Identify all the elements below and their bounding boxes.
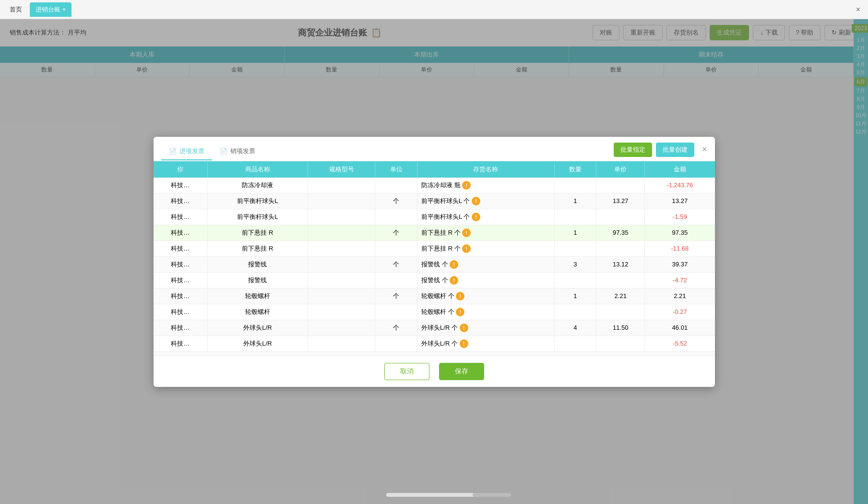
cell-price: 13.27 [596, 193, 645, 209]
table-row[interactable]: 科技…防冻冷却液防冻冷却液 瓶 !-1,243.76 [154, 178, 715, 193]
cell-spec [308, 209, 375, 225]
cell-company: 科技… [154, 272, 208, 288]
window-close-button[interactable]: × [852, 3, 864, 16]
modal-actions: 批量指定 批量创建 × [614, 143, 707, 157]
table-row[interactable]: 科技…轮毂螺杆个轮毂螺杆 个 !12.212.21 [154, 288, 715, 304]
tab-out-invoice[interactable]: 📄 销项发票 [212, 143, 263, 160]
warning-icon: ! [462, 181, 471, 190]
cell-product: 前平衡杆球头L [208, 193, 308, 209]
cell-inventory: 前平衡杆球头L 个 ! [417, 209, 554, 225]
cell-price [596, 336, 645, 351]
cell-price [596, 304, 645, 320]
cell-spec [308, 256, 375, 272]
modal-table-wrap[interactable]: 你 商品名称 规格型号 单位 存货名称 数量 单价 金额 科技…防冻冷却液防冻冷… [154, 161, 715, 352]
warning-icon: ! [462, 228, 471, 237]
cell-unit: 个 [375, 225, 417, 240]
table-row[interactable]: 科技…前平衡杆球头L前平衡杆球头L 个 !-1.59 [154, 209, 715, 225]
cell-price: 13.12 [596, 256, 645, 272]
cell-price [596, 240, 645, 256]
cell-qty: 1 [554, 288, 596, 304]
cell-inventory: 外球头L/R 个 ! [417, 336, 554, 351]
cell-unit [375, 209, 417, 225]
cell-company: 科技… [154, 256, 208, 272]
table-row[interactable]: 科技…前下悬挂 R个前下悬挂 R 个 !197.3597.35 [154, 225, 715, 240]
table-row[interactable]: 科技…前下悬挂 R前下悬挂 R 个 !-11.68 [154, 240, 715, 256]
cell-company: 科技… [154, 178, 208, 193]
cell-company: 科技… [154, 336, 208, 351]
cell-unit [375, 178, 417, 193]
cell-amount: -1.59 [645, 209, 715, 225]
cell-product: 轮毂螺杆 [208, 304, 308, 320]
warning-icon: ! [456, 308, 464, 316]
cell-inventory: 报警线 个 ! [417, 272, 554, 288]
cell-spec [308, 272, 375, 288]
cell-product: 轮毂螺杆 [208, 288, 308, 304]
cell-amount: 97.35 [645, 225, 715, 240]
cell-spec [308, 320, 375, 336]
th-product: 商品名称 [208, 161, 308, 178]
home-tab[interactable]: 首页 [4, 2, 28, 17]
cell-amount: -11.68 [645, 240, 715, 256]
th-inventory: 存货名称 [417, 161, 554, 178]
cell-company: 科技… [154, 209, 208, 225]
cancel-button[interactable]: 取消 [384, 363, 429, 380]
cell-qty [554, 209, 596, 225]
top-bar: 首页 进销台账 × × [0, 0, 868, 19]
table-row[interactable]: 科技…前平衡杆球头L个前平衡杆球头L 个 !113.2713.27 [154, 193, 715, 209]
scrollbar-area[interactable] [154, 352, 715, 356]
cell-company: 科技… [154, 225, 208, 240]
tab-close-icon[interactable]: × [62, 6, 66, 13]
warning-icon: ! [456, 292, 464, 300]
cell-product: 防冻冷却液 [208, 178, 308, 193]
cell-spec [308, 193, 375, 209]
modal-dialog: 📄 进项发票 📄 销项发票 批量指定 批量创建 × [154, 137, 715, 387]
modal-overlay: 📄 进项发票 📄 销项发票 批量指定 批量创建 × [0, 19, 868, 504]
cell-qty: 4 [554, 320, 596, 336]
tab-in-label: 进项发票 [179, 147, 204, 156]
cell-qty: 1 [554, 225, 596, 240]
warning-icon: ! [462, 244, 471, 253]
cell-qty [554, 178, 596, 193]
warning-icon: ! [472, 213, 480, 221]
table-row[interactable]: 科技…外球头L/R外球头L/R 个 !-5.52 [154, 336, 715, 351]
warning-icon: ! [450, 276, 458, 285]
table-row[interactable]: 科技…报警线个报警线 个 !313.1239.37 [154, 256, 715, 272]
cell-product: 外球头L/R [208, 336, 308, 351]
cell-unit: 个 [375, 288, 417, 304]
th-spec: 规格型号 [308, 161, 375, 178]
th-price: 单价 [596, 161, 645, 178]
cell-product: 报警线 [208, 272, 308, 288]
cell-price [596, 178, 645, 193]
cell-company: 科技… [154, 304, 208, 320]
table-row[interactable]: 科技…报警线报警线 个 !-4.72 [154, 272, 715, 288]
cell-amount: 13.27 [645, 193, 715, 209]
th-company: 你 [154, 161, 208, 178]
cell-unit [375, 304, 417, 320]
table-row[interactable]: 科技…轮毂螺杆轮毂螺杆 个 !-0.27 [154, 304, 715, 320]
batch-create-button[interactable]: 批量创建 [656, 143, 694, 157]
th-amount: 金额 [645, 161, 715, 178]
cell-amount: 46.01 [645, 320, 715, 336]
modal-close-button[interactable]: × [702, 144, 707, 155]
table-row[interactable]: 科技…外球头L/R个外球头L/R 个 !411.5046.01 [154, 320, 715, 336]
th-qty: 数量 [554, 161, 596, 178]
cell-unit [375, 336, 417, 351]
cell-amount: -1,243.76 [645, 178, 715, 193]
cell-inventory: 防冻冷却液 瓶 ! [417, 178, 554, 193]
cell-qty [554, 336, 596, 351]
warning-icon: ! [460, 324, 468, 332]
save-button[interactable]: 保存 [439, 363, 484, 380]
cell-product: 外球头L/R [208, 320, 308, 336]
active-tab[interactable]: 进销台账 × [30, 2, 71, 17]
warning-icon: ! [450, 260, 458, 269]
tab-in-invoice[interactable]: 📄 进项发票 [161, 143, 212, 160]
cell-product: 报警线 [208, 256, 308, 272]
cell-qty [554, 304, 596, 320]
cell-company: 科技… [154, 288, 208, 304]
main-content: 销售成本计算方法： 月平均 商贸企业进销台账 📋 对账 重新开账 存货别名 生成… [0, 19, 868, 504]
out-invoice-icon: 📄 [220, 148, 227, 155]
cell-spec [308, 288, 375, 304]
cell-inventory: 前下悬挂 R 个 ! [417, 225, 554, 240]
cell-amount: 39.37 [645, 256, 715, 272]
batch-assign-button[interactable]: 批量指定 [614, 143, 652, 157]
